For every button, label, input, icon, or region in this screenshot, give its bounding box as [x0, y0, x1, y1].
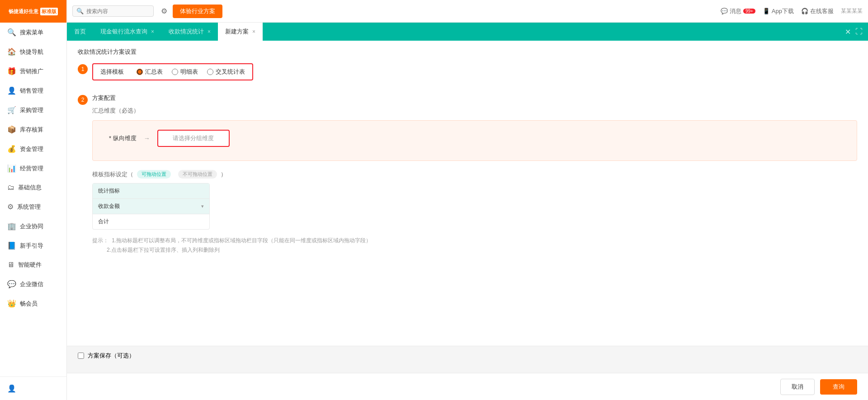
tab-collection-stat[interactable]: 收款情况统计× — [161, 23, 218, 41]
step2-content: 方案配置 汇总维度（必选） * 纵向维度 → 请选择分组维度 — [92, 94, 857, 256]
tab-close-collection-stat[interactable]: × — [208, 28, 211, 35]
stats-row-label: 合计 — [98, 218, 109, 225]
sidebar-item-basic-info[interactable]: 🗂基础信息 — [0, 178, 66, 197]
basic-info-label: 基础信息 — [18, 184, 42, 192]
sidebar-bottom-item1[interactable]: 👤 — [0, 381, 66, 396]
sidebar-item-marketing[interactable]: 🎁营销推广 — [0, 61, 66, 81]
message-badge: 99+ — [743, 9, 755, 14]
message-label: 消息 — [730, 7, 741, 15]
sidebar-item-quick-nav[interactable]: 🏠快捷导航 — [0, 42, 66, 61]
tip2-content: 2.点击标题栏下拉可设置排序、插入列和删除列 — [107, 247, 220, 253]
dimension-subtitle: 汇总维度（必选） — [92, 107, 857, 115]
message-button[interactable]: 💬 消息 99+ — [721, 7, 755, 15]
radio-detail-label: 明细表 — [180, 68, 198, 76]
search-input[interactable] — [86, 8, 145, 14]
smart-hw-icon: 🖥 — [7, 261, 14, 269]
tabbar: 首页现金银行流水查询×收款情况统计×新建方案× ✕ ⛶ — [67, 23, 868, 41]
topbar-search-box[interactable]: 🔍 — [72, 5, 154, 17]
service-icon: 🎧 — [801, 8, 808, 14]
radio-summary[interactable]: 汇总表 — [137, 68, 163, 76]
indicator-title: 模板指标设定（ 可拖动位置 不可拖动位置 ） — [92, 170, 857, 179]
column-dropdown-icon[interactable]: ▾ — [201, 203, 204, 209]
radio-cross[interactable]: 交叉统计表 — [207, 68, 245, 76]
page-container: 收款情况统计方案设置 1 选择模板 汇总表 — [67, 41, 868, 346]
marketing-icon: 🎁 — [7, 67, 16, 75]
online-service-button[interactable]: 🎧 在线客服 — [801, 7, 834, 15]
logo-badge: 标准版 — [40, 8, 58, 15]
radio-detail-input[interactable] — [172, 69, 178, 75]
wechat-icon: 💬 — [7, 280, 16, 288]
content-area: 收款情况统计方案设置 1 选择模板 汇总表 — [67, 41, 868, 373]
sidebar-item-wechat[interactable]: 💬企业微信 — [0, 274, 66, 294]
radio-summary-input[interactable] — [137, 69, 143, 75]
tab-bank-flow[interactable]: 现金银行流水查询× — [93, 23, 161, 41]
save-plan-checkbox[interactable] — [78, 353, 84, 359]
step1-number: 1 — [81, 66, 85, 72]
dimension-row: * 纵向维度 → 请选择分组维度 — [102, 130, 848, 147]
finance-icon: 💰 — [7, 145, 16, 153]
sidebar-item-sales[interactable]: 👤销售管理 — [0, 81, 66, 100]
industry-button[interactable]: 体验行业方案 — [173, 5, 222, 18]
topbar: 🔍 ⚙ 体验行业方案 💬 消息 99+ 📱 App下载 🎧 在线客服 某某某某 — [67, 0, 868, 23]
sidebar-logo: 畅捷通好生意 标准版 — [0, 0, 66, 23]
sidebar-item-purchase[interactable]: 🛒采购管理 — [0, 100, 66, 120]
sidebar-item-newbie[interactable]: 📘新手引导 — [0, 236, 66, 255]
sidebar-item-smart-hw[interactable]: 🖥智能硬件 — [0, 255, 66, 274]
message-icon: 💬 — [721, 8, 728, 14]
member-icon: 👑 — [7, 299, 16, 308]
tab-home[interactable]: 首页 — [67, 23, 93, 41]
tip-prefix1: 提示： — [92, 237, 108, 244]
draggable-badge: 可拖动位置 — [137, 170, 171, 179]
sidebar-item-finance[interactable]: 💰资金管理 — [0, 139, 66, 159]
system-label: 系统管理 — [17, 203, 41, 211]
app-download-button[interactable]: 📱 App下载 — [763, 7, 794, 15]
member-label: 畅会员 — [20, 300, 38, 308]
inventory-label: 库存核算 — [20, 126, 43, 134]
sidebar-item-inventory[interactable]: 📦库存核算 — [0, 120, 66, 139]
gear-icon[interactable]: ⚙ — [161, 7, 167, 15]
bottom-bar: 取消 查询 — [67, 373, 868, 400]
tip1-content: 1.拖动标题栏可以调整布局，不可跨维度或指标区域拖动栏目字段（只能在同一维度或指… — [112, 237, 371, 244]
purchase-icon: 🛒 — [7, 106, 16, 114]
search-menu-icon: 🔍 — [7, 28, 16, 37]
enterprise-label: 企业协同 — [20, 222, 43, 231]
column-header-text: 收款金额 — [98, 202, 120, 210]
marketing-label: 营销推广 — [20, 67, 43, 75]
tab-close-new-plan[interactable]: × — [252, 28, 255, 35]
maximize-icon[interactable]: ⛶ — [855, 28, 863, 36]
dimension-row-label: * 纵向维度 — [109, 134, 137, 142]
tab-label-home: 首页 — [74, 28, 86, 36]
page-footer: 方案保存（可选） — [67, 346, 868, 365]
system-icon: ⚙ — [7, 202, 14, 211]
tab-close-bank-flow[interactable]: × — [151, 28, 154, 35]
dimension-selector[interactable]: 请选择分组维度 — [157, 130, 230, 147]
stats-table-header: 统计指标 — [93, 184, 209, 199]
radio-detail[interactable]: 明细表 — [172, 68, 198, 76]
indicator-title-suffix: ） — [221, 170, 226, 179]
select-template-label: 选择模板 — [100, 68, 124, 76]
sidebar-item-enterprise[interactable]: 🏢企业协同 — [0, 216, 66, 236]
save-plan-label: 方案保存（可选） — [88, 352, 135, 360]
tab-new-plan[interactable]: 新建方案× — [218, 23, 263, 41]
close-window-icon[interactable]: ✕ — [845, 28, 851, 36]
inventory-icon: 📦 — [7, 125, 16, 134]
step1-section: 1 选择模板 汇总表 明细表 — [78, 63, 857, 85]
tab-label-collection-stat: 收款情况统计 — [169, 28, 204, 36]
smart-hw-label: 智能硬件 — [18, 261, 42, 269]
step1-label: 选择模板 汇总表 明细表 交叉统计表 — [92, 63, 857, 80]
quick-nav-label: 快捷导航 — [20, 48, 43, 56]
radio-summary-label: 汇总表 — [145, 68, 163, 76]
radio-cross-input[interactable] — [207, 69, 213, 75]
cancel-button[interactable]: 取消 — [780, 379, 815, 395]
enterprise-icon: 🏢 — [7, 222, 16, 231]
basic-info-icon: 🗂 — [7, 184, 14, 192]
sidebar-item-member[interactable]: 👑畅会员 — [0, 294, 66, 313]
indicator-title-text: 模板指标设定（ — [92, 170, 133, 179]
radio-cross-label: 交叉统计表 — [216, 68, 245, 76]
sidebar-item-search-menu[interactable]: 🔍搜索菜单 — [0, 23, 66, 42]
topbar-right: 💬 消息 99+ 📱 App下载 🎧 在线客服 某某某某 — [721, 7, 863, 15]
tip2-text: 2.点击标题栏下拉可设置排序、插入列和删除列 — [107, 246, 857, 254]
query-button[interactable]: 查询 — [820, 379, 857, 395]
sidebar-item-system[interactable]: ⚙系统管理 — [0, 197, 66, 216]
sidebar-item-operation[interactable]: 📊经营管理 — [0, 159, 66, 178]
